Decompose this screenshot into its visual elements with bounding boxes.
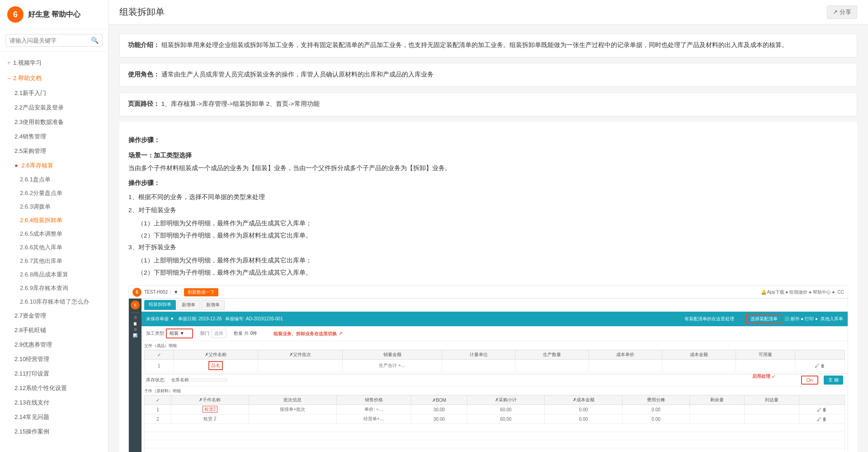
sidebar-item-videos[interactable]: + 1.视频学习	[0, 55, 108, 71]
sidebar-item-inventory[interactable]: ● 2.6库存核算	[0, 158, 108, 173]
steps-label: 操作步骤：	[128, 178, 848, 189]
page-title: 组装拆卸单	[119, 6, 165, 18]
sidebar-item-cost-calc[interactable]: 2.6.8商品成本重算	[0, 268, 108, 281]
mock-col-unit-cost: 成本单价	[589, 350, 662, 360]
annotation-switch: 组装业务、拆卸业务在这里切换	[274, 331, 337, 336]
sidebar-item-payment[interactable]: 2.13在线支付	[0, 395, 108, 410]
mock-confirm-btn[interactable]: 支 确	[824, 376, 843, 385]
mock-label-dept: 部门	[200, 330, 209, 337]
mock-col-avail: 可用量	[736, 350, 795, 360]
role-block: 使用角色： 通常由生产人员或库管人员完成拆装业务的操作，库管人员确认原材料的出库…	[119, 63, 857, 87]
mock-col-prod-qty: 生产数量	[515, 350, 589, 360]
mock-title-bar: 未保存单据 ▼ 单据日期: 2019-12-26 单据编号: AD-201912…	[142, 312, 848, 326]
mock-enable-row: 库存状态: 仓库名称 启用处理 ↙	[142, 374, 848, 386]
mock-upper-table-area: 父件（成品）明细 ✓ ✗父件名称 ✗父件批次 销量金额 计量单位	[142, 341, 848, 374]
mock-col-unit: 计量单位	[442, 350, 515, 360]
sidebar-item-docs[interactable]: − 2.帮助文档	[0, 71, 108, 86]
mock-col-batch: ✗父件批次	[258, 350, 343, 360]
sidebar-item-assembly[interactable]: 2.6.4组装拆卸单	[0, 214, 108, 227]
mock-label-qty: 数量 共	[234, 330, 249, 337]
sidebar-item-error[interactable]: 2.6.10库存账本错了怎么办	[0, 295, 108, 309]
mock-icons: 🔔 App下载 ● 给我做价 ● 帮助中心 ●	[761, 289, 835, 295]
top-bar: 组装拆卸单 ↗ 分享	[108, 0, 868, 24]
mock-warehouse-input[interactable]	[191, 379, 227, 381]
mock-new-btn[interactable]: 刷新数据一下	[184, 288, 218, 296]
mock-row5-empty	[145, 440, 845, 448]
mock-upper-table: ✓ ✗父件名称 ✗父件批次 销量金额 计量单位 生产数量 成本单价 成本金额	[144, 350, 845, 372]
sidebar-item-custom[interactable]: 2.12系统个性化设置	[0, 381, 108, 395]
mock-sub-row2-price: 经营单+…	[336, 414, 411, 424]
search-area: 🔍	[0, 29, 108, 52]
path-block: 页面路径： 1、库存核算->库存管理->组装拆卸单 2、首页->常用功能	[119, 92, 857, 116]
sidebar-item-coupon[interactable]: 2.9优惠券管理	[0, 338, 108, 352]
step2: 2、对于组装业务	[128, 205, 848, 216]
sidebar-item-newuser[interactable]: 2.1新手入门	[0, 86, 108, 100]
mock-sub-row1-name: 租赁2	[171, 405, 249, 414]
mock-table-label-lower: 子件（原材料）明细	[144, 388, 845, 394]
sidebar-item-capital[interactable]: 2.7资金管理	[0, 309, 108, 323]
mock-sub-row1-cost: 0.00	[545, 405, 623, 414]
mock-icons2: ▤ 邮件 ● 打印 ●	[785, 316, 818, 322]
mock-sub-row2-purchase: 60.00	[467, 414, 545, 424]
sidebar-item-other-out[interactable]: 2.6.7其他出库单	[0, 254, 108, 268]
sidebar-item-install[interactable]: 2.2产品安装及登录	[0, 100, 108, 115]
sidebar-item-cost-adjust[interactable]: 2.6.5成本调整单	[0, 227, 108, 241]
sidebar-item-cases[interactable]: 2.15操作案例	[0, 424, 108, 439]
sidebar-item-split-take[interactable]: 2.6.2分量盘点单	[0, 186, 108, 200]
search-icon[interactable]: 🔍	[91, 37, 99, 44]
mock-row1-unit	[442, 360, 515, 372]
mock-process-type[interactable]: 组装 ▼	[166, 328, 193, 338]
mock-row1-qty: 生产合计 +…	[343, 360, 442, 372]
expand-icon: +	[7, 60, 10, 66]
share-button[interactable]: ↗ 分享	[827, 5, 857, 19]
table-row: 2 租赁 2 经营单+… 30.00 60.00 0.00 0.00	[145, 414, 845, 424]
mock-col2-batch: 批次信息	[249, 395, 336, 405]
mock-tabs: 组装拆卸单 新增单 新增单	[142, 299, 848, 312]
mock-sub-row1-purchase: 60.00	[467, 405, 545, 414]
mock-sub-row1-batch: 按排单+批次	[249, 405, 336, 414]
sidebar-item-stocktake[interactable]: 2.6.1盘点单	[0, 173, 108, 186]
step3a: （1）上部明细为父件明细，最终作为原材料生成其它出库单；	[128, 256, 848, 266]
mock-select-btn[interactable]: 选择装配清单	[746, 314, 782, 324]
arrow-enable: ↙	[772, 374, 775, 379]
table-row	[145, 448, 845, 452]
collapse-icon: −	[7, 75, 10, 81]
sidebar-item-adjust[interactable]: 2.6.3调拨单	[0, 200, 108, 214]
mock-col2-check: ✓	[145, 395, 171, 405]
mock-col2-cost: ✗成本金额	[545, 395, 623, 405]
mock-sub-row2-bom: 30.00	[411, 414, 467, 424]
search-box[interactable]: 🔍	[5, 34, 103, 47]
mock-sub-row2-batch	[249, 414, 336, 424]
sidebar-item-prepare[interactable]: 2.3使用前数据准备	[0, 115, 108, 129]
step3b: （2）下部明细为子件明细，最终作为产成品生成其它入库单。	[128, 268, 848, 278]
search-input[interactable]	[9, 37, 91, 44]
sidebar-item-print[interactable]: 2.11打印设置	[0, 366, 108, 381]
mock-row1-pqty	[515, 360, 589, 372]
sidebar-item-sales[interactable]: 2.4销售管理	[0, 129, 108, 144]
content-area: 功能介绍： 组装拆卸单用来处理企业组装或拆卸等加工业务，支持有固定装配清单的产品…	[108, 24, 868, 452]
mock-lower-table: ✓ ✗子件名称 批次信息 销售价格 ✗BOM ✗采购小计 ✗成本金额 费用分摊	[144, 395, 845, 452]
mock-sub-row1-bom: 30.00	[411, 405, 467, 414]
sidebar-item-ops[interactable]: 2.10经营管理	[0, 352, 108, 366]
mock-annotation1-text: 有装配清单的在这里处理	[684, 316, 734, 322]
mock-sub-row1-op: 🖊 🗑	[799, 405, 845, 414]
sidebar-item-ledger[interactable]: 2.6.9库存账本查询	[0, 281, 108, 295]
mock-sub-row2-name: 租赁 2	[171, 414, 249, 424]
mock-row1-cost	[662, 360, 736, 372]
sidebar-item-purchase[interactable]: 2.5采购管理	[0, 144, 108, 158]
sidebar-item-other-in[interactable]: 2.6.6其他入库单	[0, 241, 108, 254]
mock-label-type: 加工类型	[146, 330, 164, 337]
mock-dept[interactable]: 选择	[211, 329, 226, 338]
mock-row1-batch	[258, 360, 343, 372]
mock-screenshot: 6 TEST-H002 ▼ 刷新数据一下 🔔 App下载 ● 给我做价 ● 帮助…	[129, 286, 848, 452]
sidebar-item-mobile[interactable]: 2.8手机旺铺	[0, 323, 108, 338]
table-row: 1 品名 生产合计 +…	[145, 360, 845, 372]
mock-sub-row2-op: 🖊 🗑	[799, 414, 845, 424]
steps-heading: 操作步骤：	[128, 136, 848, 144]
mock-other-entry: 其他入库单	[821, 316, 843, 322]
mock-col2-price: 销售价格	[336, 395, 411, 405]
mock-sub-row1-alloc: 0.00	[622, 405, 689, 414]
sidebar-item-faq[interactable]: 2.14常见问题	[0, 410, 108, 424]
logo-area: 6 好生意 帮助中心	[0, 0, 108, 29]
mock-enable-btn[interactable]: On	[801, 376, 819, 385]
